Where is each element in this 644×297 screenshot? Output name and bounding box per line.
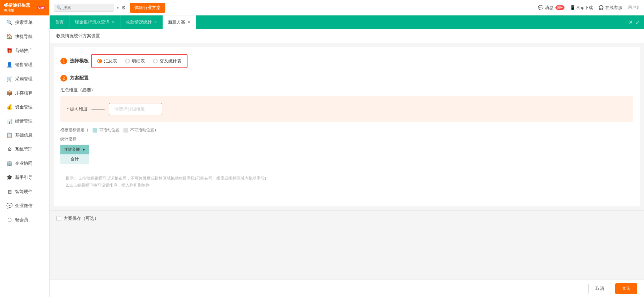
tab-bank-flow-label: 现金银行流水查询 [75, 19, 110, 25]
tab-bank-flow[interactable]: 现金银行流水查询 ✕ [69, 15, 120, 29]
guide-icon: 🎓 [6, 175, 12, 181]
page-title: 收款情况统计方案设置 [56, 33, 100, 38]
sidebar-item-wechat[interactable]: 💬 企业微信 [0, 199, 49, 213]
message-icon: 💬 [538, 5, 543, 10]
radio-detail-label: 明细表 [132, 58, 145, 64]
tips-section: 提示： 1.拖动标题栏可以调整布局，不可跨维度或指标区域拖动栏目字段(只能在同一… [60, 172, 633, 193]
sidebar-item-label: 搜索菜单 [15, 19, 33, 26]
legend-fixed-label: 不可拖动位置） [130, 127, 158, 133]
tab-collection-stats-close-icon[interactable]: ✕ [154, 20, 157, 24]
indicator-card-header[interactable]: 收款金额 ▼ [60, 145, 89, 154]
cancel-button[interactable]: 取消 [588, 283, 611, 294]
sidebar-item-label: 库存核算 [15, 90, 33, 96]
sidebar-item-label: 系统管理 [15, 146, 33, 152]
download-btn[interactable]: 📱 App下载 [570, 5, 593, 11]
tab-collection-stats[interactable]: 收款情况统计 ✕ [120, 15, 163, 29]
main-area: 🔍 ▾ ⚙ 体验行业方案 💬 消息 99+ 📱 App下载 🎧 在线客服 用户名 [50, 0, 644, 297]
money-icon: 💰 [6, 104, 12, 110]
sidebar-item-search-menu[interactable]: 🔍 搜索菜单 [0, 15, 49, 30]
user-icon: 👤 [6, 62, 12, 68]
radio-detail-circle [125, 59, 130, 63]
sidebar-item-label: 资金管理 [15, 104, 33, 110]
step1-num: 1 [60, 58, 67, 64]
radio-cross[interactable]: 交叉统计表 [153, 58, 181, 64]
tabbar: 首页 现金银行流水查询 ✕ 收款情况统计 ✕ 新建方案 ✕ ✕ ⤢ [50, 15, 644, 29]
chart-icon: 📊 [6, 118, 12, 124]
config-section: 汇总维度（必选） * 纵向维度 ——— 请选择分组维度 模板指标设定（ [60, 87, 633, 193]
tabbar-actions: ✕ ⤢ [629, 19, 644, 26]
sidebar-item-purchase[interactable]: 🛒 采购管理 [0, 72, 49, 86]
tip-line2: 2.点击标题栏下拉可设置排序、插入列和删除列 [66, 183, 628, 188]
sidebar-item-system[interactable]: ⚙ 系统管理 [0, 142, 49, 156]
legend-draggable-label: 可拖动位置 [99, 127, 119, 133]
sidebar-item-quick-nav[interactable]: 🏠 快捷导航 [0, 30, 49, 44]
sidebar-item-marketing[interactable]: 🎁 营销推广 [0, 44, 49, 58]
gift-icon: 🎁 [6, 48, 12, 54]
message-btn[interactable]: 💬 消息 99+ [538, 5, 565, 11]
content-area: 收款情况统计方案设置 1 选择模板 汇总表 明细表 [50, 29, 644, 297]
clipboard-icon: 📋 [6, 132, 12, 138]
indicator-section: 模板指标设定（ 可拖动位置 不可拖动位置） 统计指标 [60, 127, 633, 165]
tabbar-close-icon[interactable]: ✕ [629, 19, 633, 26]
tab-bank-flow-close-icon[interactable]: ✕ [112, 20, 115, 24]
tab-new-plan[interactable]: 新建方案 ✕ [163, 15, 196, 29]
service-icon: 🎧 [598, 5, 604, 10]
sidebar-item-member[interactable]: ⬡ 畅会员 [0, 213, 49, 227]
legend-fixed: 不可拖动位置） [123, 127, 158, 133]
radio-summary[interactable]: 汇总表 [97, 58, 117, 64]
search-menu-icon: 🔍 [6, 19, 12, 26]
sidebar-item-sales[interactable]: 👤 销售管理 [0, 58, 49, 72]
sidebar-item-basic-info[interactable]: 📋 基础信息 [0, 128, 49, 142]
home-icon: 🏠 [6, 34, 12, 40]
sidebar-item-inventory[interactable]: 📦 库存核算 [0, 86, 49, 100]
radio-cross-circle [153, 59, 158, 63]
search-icon: 🔍 [57, 5, 62, 10]
search-input[interactable] [63, 5, 111, 10]
cart-icon: 🛒 [6, 76, 12, 82]
sidebar-item-label: 销售管理 [15, 62, 33, 68]
indicator-card-dropdown-icon[interactable]: ▼ [82, 147, 86, 152]
dimension-row: * 纵向维度 ——— 请选择分组维度 [67, 103, 627, 115]
arrow-right-icon: ——— [92, 107, 105, 112]
chat-icon: 💬 [6, 203, 12, 209]
tabbar-expand-icon[interactable]: ⤢ [636, 19, 640, 26]
search-box[interactable]: 🔍 [54, 4, 114, 12]
save-option: 方案保存（可选） [50, 210, 644, 226]
sidebar-item-hardware[interactable]: 🖥 智能硬件 [0, 185, 49, 199]
vertical-label: * 纵向维度 [67, 106, 88, 112]
sidebar-item-finance[interactable]: 💰 资金管理 [0, 100, 49, 114]
search-chevron-icon[interactable]: ▾ [117, 5, 119, 10]
dimension-select[interactable]: 请选择分组维度 [109, 103, 162, 115]
service-btn[interactable]: 🎧 在线客服 [598, 5, 623, 11]
radio-detail[interactable]: 明细表 [125, 58, 145, 64]
sidebar-item-operations[interactable]: 📊 经营管理 [0, 114, 49, 128]
dimension-group-label: 汇总维度（必选） [60, 87, 633, 93]
page-header: 收款情况统计方案设置 [50, 29, 644, 43]
step2-num: 2 [60, 75, 67, 82]
save-checkbox[interactable] [56, 216, 61, 221]
sidebar-item-guide[interactable]: 🎓 新手引导 [0, 170, 49, 185]
tab-new-plan-close-icon[interactable]: ✕ [187, 20, 191, 24]
radio-summary-label: 汇总表 [104, 58, 117, 64]
radio-summary-circle [97, 59, 102, 63]
message-badge: 99+ [555, 5, 565, 10]
step1-title: 选择模板 [70, 58, 89, 64]
sidebar-item-label: 营销推广 [15, 48, 33, 54]
step2-section: 2 方案配置 汇总维度（必选） * 纵向维度 ——— 请选择分组维度 [60, 75, 633, 193]
tab-home[interactable]: 首页 [50, 15, 69, 29]
settings-icon[interactable]: ⚙ [121, 5, 126, 11]
save-option-label: 方案保存（可选） [64, 215, 99, 221]
step2-title: 方案配置 [70, 75, 89, 81]
sidebar: 畅捷通好生意 标准版 CaR 🔍 搜索菜单 🏠 快捷导航 🎁 营销推广 👤 销售… [0, 0, 50, 297]
trial-btn[interactable]: 体验行业方案 [130, 3, 165, 13]
step2-header: 2 方案配置 [60, 75, 633, 82]
query-button[interactable]: 查询 [615, 283, 637, 294]
step1-section: 1 选择模板 汇总表 明细表 交叉统计表 [60, 54, 633, 68]
template-options: 汇总表 明细表 交叉统计表 [91, 54, 187, 68]
radio-cross-label: 交叉统计表 [160, 58, 181, 64]
config-area: * 纵向维度 ——— 请选择分组维度 [60, 96, 633, 122]
download-icon: 📱 [570, 5, 575, 10]
legend-draggable: 可拖动位置 [93, 127, 119, 133]
tab-new-plan-label: 新建方案 [168, 19, 185, 25]
sidebar-item-enterprise[interactable]: 🏢 企业协同 [0, 156, 49, 170]
